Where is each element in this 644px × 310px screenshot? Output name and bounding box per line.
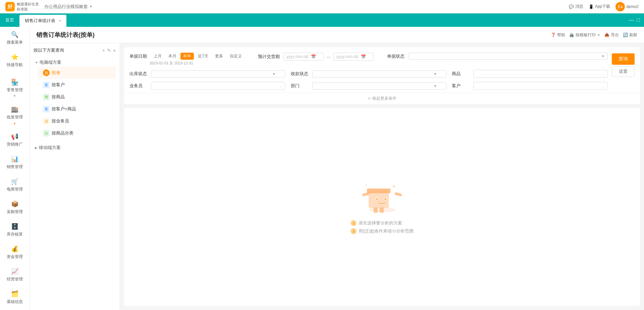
query-button[interactable]: 查询 bbox=[612, 53, 635, 65]
date-btn-custom[interactable]: 自定义 bbox=[227, 53, 245, 60]
collapse-panel-btn[interactable]: « bbox=[113, 48, 116, 53]
predicted-date-end-input[interactable]: yyyy-mm-dd 📅 bbox=[333, 53, 374, 61]
operations-icon: 📈 bbox=[11, 268, 18, 275]
outbound-select[interactable]: ▼ bbox=[151, 70, 285, 78]
scheme-by-product[interactable]: 商 按商品 bbox=[38, 91, 116, 103]
page-header: 销售订单统计表(按单) ❓ 帮助 🖨️ 按模板打印 ▼ 📤 导出 🔄 刷新 bbox=[30, 27, 644, 43]
sidebar-item-ecommerce[interactable]: 🛒 电商管理 bbox=[2, 174, 27, 196]
right-panel: 单据日期 上月 本月 本年 近7天 更多 自定义 bbox=[120, 43, 644, 310]
filter-wrap: 单据日期 上月 本月 本年 近7天 更多 自定义 bbox=[129, 53, 635, 90]
page-actions: ❓ 帮助 🖨️ 按模板打印 ▼ 📤 导出 🔄 刷新 bbox=[551, 32, 637, 42]
logo-icon: 好 bbox=[5, 2, 15, 11]
app-download-label: App下载 bbox=[595, 4, 610, 9]
print-btn[interactable]: 🖨️ 按模板打印 ▼ bbox=[569, 32, 600, 38]
help-label: 帮助 bbox=[557, 32, 565, 38]
left-panel-actions: + ✎ « bbox=[102, 48, 116, 53]
top-bar: 好 畅捷通好生意 标准版 办公用品行业模拟账套 ▼ 💬 消息 📱 App下载 E… bbox=[0, 0, 644, 13]
customer-dots: ... bbox=[601, 84, 605, 88]
export-label: 导出 bbox=[611, 32, 619, 38]
home-tab-label: 首页 bbox=[5, 17, 14, 23]
add-scheme-btn[interactable]: + bbox=[102, 48, 105, 53]
sidebar-item-finance[interactable]: 💰 资金管理 bbox=[2, 242, 27, 263]
scheme-by-customer[interactable]: 客 按客户 bbox=[38, 79, 116, 91]
empty-text: 1 请先选择要分析的方案 2 用[过滤]条件来缩小分析范围 bbox=[351, 220, 413, 236]
tab-sales-order[interactable]: 销售订单统计表 × bbox=[19, 15, 66, 27]
pc-group-arrow-icon: ▼ bbox=[35, 61, 38, 64]
avatar: Ea bbox=[615, 2, 625, 11]
tab-home[interactable]: 首页 bbox=[0, 13, 19, 27]
predicted-date-start-input[interactable]: yyyy-mm-dd 📅 bbox=[283, 53, 324, 61]
sidebar-item-quicknav[interactable]: ⭐ 快捷导航 bbox=[2, 50, 27, 71]
customer-input[interactable]: ... bbox=[473, 82, 608, 90]
user-action[interactable]: Ea demo2 bbox=[615, 2, 639, 11]
refresh-btn[interactable]: 🔄 刷新 bbox=[623, 32, 637, 38]
date-btn-thismonth[interactable]: 本月 bbox=[166, 53, 179, 60]
scheme-by-salesman[interactable]: 业 按业务员 bbox=[38, 115, 116, 127]
tab-minimize-btn[interactable]: — bbox=[629, 17, 634, 23]
edit-scheme-btn[interactable]: ✎ bbox=[107, 48, 111, 53]
finance-label: 资金管理 bbox=[7, 254, 23, 260]
scheme-by-order-label: 按单 bbox=[52, 70, 60, 76]
pc-group-header[interactable]: ▼ 电脑端方案 bbox=[34, 58, 116, 67]
scheme-by-salesman-icon: 业 bbox=[43, 118, 50, 124]
empty-svg: ✦ ✦ bbox=[359, 178, 406, 215]
date-shortcuts: 上月 本月 本年 近7天 更多 自定义 bbox=[151, 53, 245, 60]
sidebar-item-marketing[interactable]: 📢 营销推广 bbox=[2, 130, 27, 151]
content-area: 销售订单统计表(按单) ❓ 帮助 🖨️ 按模板打印 ▼ 📤 导出 🔄 刷新 bbox=[30, 27, 644, 310]
sidebar-item-operations[interactable]: 📈 经营管理 bbox=[2, 264, 27, 286]
sidebar-item-basic[interactable]: 🗂️ 基础信息 bbox=[2, 287, 27, 308]
help-btn[interactable]: ❓ 帮助 bbox=[551, 32, 565, 38]
collapse-bar[interactable]: ∧ 收起更多条件 bbox=[124, 93, 640, 104]
empty-hint-2: 2 用[过滤]条件来缩小分析范围 bbox=[351, 228, 413, 234]
outbound-select-arrow-icon: ▼ bbox=[272, 72, 276, 76]
search-icon: 🔍 bbox=[11, 31, 18, 38]
sidebar-item-sales[interactable]: 📊 销售管理 bbox=[2, 152, 27, 173]
workspace-selector[interactable]: 办公用品行业模拟账套 ▼ bbox=[42, 2, 95, 11]
export-btn[interactable]: 📤 导出 bbox=[604, 32, 619, 38]
tree-indent: 按 按单 客 按客户 商 按商品 客 按客户+商 bbox=[34, 67, 116, 139]
mobile-group-header[interactable]: ▶ 移动端方案 bbox=[34, 143, 116, 152]
sidebar-quicknav-label: 快捷导航 bbox=[7, 62, 23, 68]
status-select[interactable]: ▼ bbox=[409, 53, 608, 60]
empty-state: ✦ ✦ 1 请先选择要分析的方案 2 用[过滤]条件来缩小分析范围 bbox=[124, 108, 640, 306]
date-btn-more[interactable]: 更多 bbox=[212, 53, 226, 60]
setting-button[interactable]: 设置 bbox=[612, 66, 635, 77]
date-btn-thisyear[interactable]: 本年 bbox=[180, 53, 194, 60]
svg-rect-2 bbox=[367, 189, 390, 193]
date-btn-lastmonth[interactable]: 上月 bbox=[151, 53, 164, 60]
date-start-placeholder: yyyy-mm-dd bbox=[286, 54, 308, 59]
scheme-by-cust-prod[interactable]: 客 按客户+商品 bbox=[38, 103, 116, 115]
pc-scheme-group: ▼ 电脑端方案 按 按单 客 按客户 商 bbox=[30, 56, 120, 141]
purchase-icon: 📦 bbox=[11, 200, 18, 208]
calendar-end-icon: 📅 bbox=[361, 54, 366, 59]
sidebar-item-retail[interactable]: 🏪 零售管理 ▼ bbox=[2, 75, 27, 101]
print-icon: 🖨️ bbox=[569, 33, 574, 37]
tab-close-icon[interactable]: × bbox=[59, 18, 61, 23]
scheme-by-category[interactable]: 分 按商品分类 bbox=[38, 127, 116, 139]
filter-row-3: 业务员 ... 部门 ▼ bbox=[129, 82, 608, 90]
empty-num-1: 1 bbox=[351, 220, 357, 226]
page-title: 销售订单统计表(按单) bbox=[36, 31, 95, 43]
payment-select[interactable]: ▼ bbox=[312, 70, 447, 78]
main-layout: 🔍 搜索菜单 ⭐ 快捷导航 🏪 零售管理 ▼ 🏬 批发管理 ▲ 📢 营销推广 📊… bbox=[0, 27, 644, 310]
help-icon: ❓ bbox=[551, 33, 556, 37]
tab-bar-right: — □ bbox=[629, 17, 644, 23]
department-select[interactable]: ▼ bbox=[312, 83, 447, 90]
empty-hint-1-text: 请先选择要分析的方案 bbox=[359, 220, 402, 226]
date-btn-last7[interactable]: 近7天 bbox=[195, 53, 211, 60]
product-input[interactable]: ... bbox=[473, 70, 608, 78]
salesman-input[interactable]: ... bbox=[151, 82, 285, 90]
sidebar-item-purchase[interactable]: 📦 采购管理 bbox=[2, 197, 27, 218]
empty-hint-2-text: 用[过滤]条件来缩小分析范围 bbox=[359, 228, 413, 234]
tab-maximize-btn[interactable]: □ bbox=[637, 17, 640, 23]
scheme-by-order[interactable]: 按 按单 bbox=[38, 67, 116, 79]
message-action[interactable]: 💬 消息 bbox=[569, 4, 583, 9]
app-download-action[interactable]: 📱 App下载 bbox=[589, 4, 610, 9]
calendar-start-icon: 📅 bbox=[311, 54, 316, 59]
svg-text:✦: ✦ bbox=[365, 184, 368, 187]
sidebar-item-wholesale[interactable]: 🏬 批发管理 ▲ bbox=[2, 102, 27, 128]
left-panel: 按以下方案查询 + ✎ « ▼ 电脑端方案 按 按 bbox=[30, 43, 120, 310]
inventory-label: 库存核算 bbox=[7, 231, 23, 237]
sidebar-item-search[interactable]: 🔍 搜索菜单 bbox=[2, 28, 27, 49]
sidebar-item-inventory[interactable]: 🗄️ 库存核算 bbox=[2, 219, 27, 241]
